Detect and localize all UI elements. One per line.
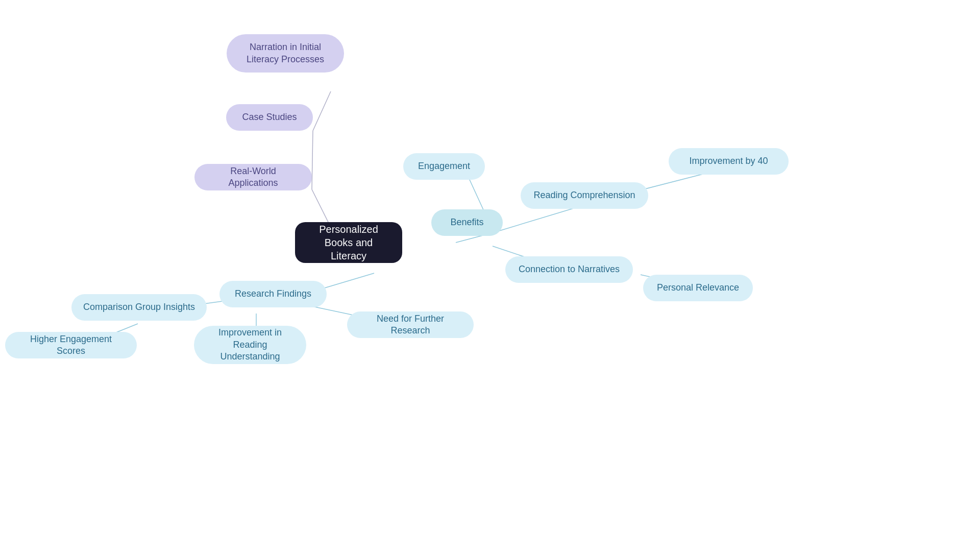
benefits-node: Benefits xyxy=(431,209,503,236)
connection-narratives-node: Connection to Narratives xyxy=(505,256,633,283)
mind-map: Personalized Books and Literacy Narratio… xyxy=(0,0,980,553)
case-studies-node: Case Studies xyxy=(226,104,313,131)
need-research-node: Need for Further Research xyxy=(347,311,474,338)
research-findings-node: Research Findings xyxy=(219,281,327,307)
connections-svg xyxy=(0,0,980,553)
improvement-by-40-node: Improvement by 40 xyxy=(669,148,789,175)
svg-line-1 xyxy=(312,131,313,189)
comparison-group-node: Comparison Group Insights xyxy=(71,294,207,321)
real-world-node: Real-World Applications xyxy=(194,164,312,190)
improvement-reading-node: Improvement in Reading Understanding xyxy=(194,326,306,364)
personal-relevance-node: Personal Relevance xyxy=(643,275,753,301)
svg-line-2 xyxy=(313,91,331,131)
higher-engagement-node: Higher Engagement Scores xyxy=(5,332,137,358)
reading-comprehension-node: Reading Comprehension xyxy=(521,182,648,209)
narration-node: Narration in Initial Literacy Processes xyxy=(227,34,344,73)
center-node: Personalized Books and Literacy xyxy=(295,222,402,263)
engagement-node: Engagement xyxy=(403,153,485,180)
